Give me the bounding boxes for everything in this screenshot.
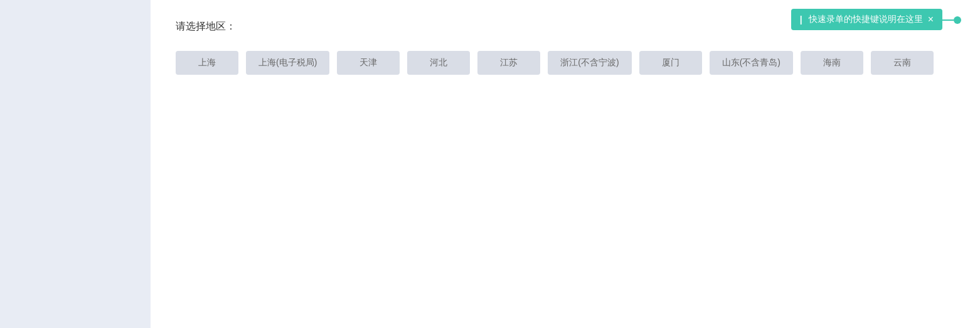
- region-button-xiamen[interactable]: 厦门: [639, 51, 702, 75]
- region-button-shanghai-etax[interactable]: 上海(电子税局): [246, 51, 329, 75]
- sidebar: [0, 0, 151, 328]
- region-button-yunnan[interactable]: 云南: [871, 51, 934, 75]
- region-button-jiangsu[interactable]: 江苏: [477, 51, 540, 75]
- region-button-hainan[interactable]: 海南: [801, 51, 863, 75]
- region-button-shandong[interactable]: 山东(不含青岛): [710, 51, 793, 75]
- region-button-shanghai[interactable]: 上海: [176, 51, 238, 75]
- region-button-hebei[interactable]: 河北: [407, 51, 470, 75]
- region-buttons: 上海上海(电子税局)天津河北江苏浙江(不含宁波)厦门山东(不含青岛)海南云南: [176, 51, 955, 75]
- tooltip-line: [941, 19, 954, 21]
- main-content: 请选择地区： 上海上海(电子税局)天津河北江苏浙江(不含宁波)厦门山东(不含青岛…: [151, 0, 980, 328]
- tooltip-text: 快速录单的快捷键说明在这里: [809, 14, 923, 25]
- tooltip-dot: [954, 16, 961, 24]
- region-button-zhejiang[interactable]: 浙江(不含宁波): [548, 51, 631, 75]
- region-button-tianjin[interactable]: 天津: [337, 51, 400, 75]
- tooltip-close-button[interactable]: ×: [928, 14, 934, 25]
- tooltip-banner: 快速录单的快捷键说明在这里 ×: [791, 9, 942, 30]
